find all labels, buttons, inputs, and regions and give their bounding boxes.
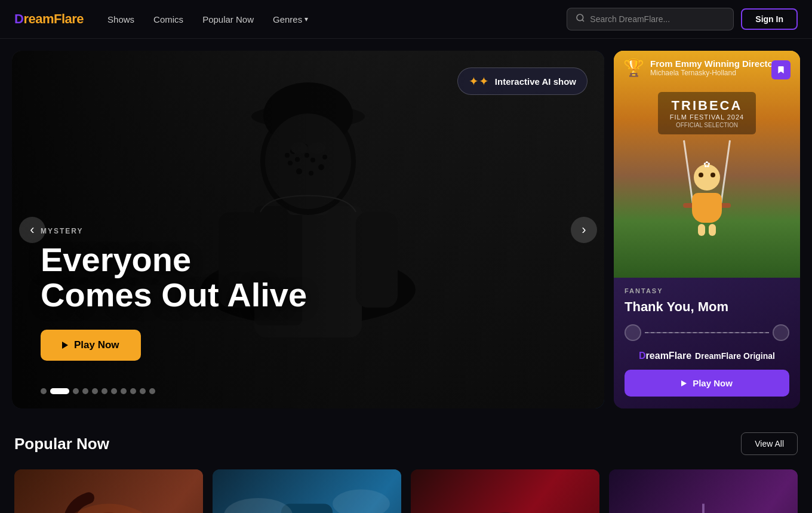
carousel-dot-0[interactable] — [41, 388, 47, 394]
search-input[interactable] — [590, 14, 725, 24]
carousel-dot-7[interactable] — [121, 388, 127, 394]
tribeca-director: Michaela Ternasky-Holland — [650, 69, 777, 77]
ai-badge: ✦✦ Interactive AI show — [457, 67, 588, 95]
navbar: DreamFlare Shows Comics Popular Now Genr… — [0, 0, 812, 39]
ai-badge-text: Interactive AI show — [495, 76, 576, 87]
hero-title: Everyone Comes Out Alive — [41, 242, 307, 313]
doll-flower-icon: ✿ — [703, 159, 710, 169]
nav-right: Sign In — [567, 8, 798, 30]
popular-card-3[interactable] — [609, 469, 798, 513]
tribeca-year: OFFICIAL SELECTION — [670, 122, 744, 128]
nav-shows[interactable]: Shows — [107, 12, 134, 27]
nav-links: Shows Comics Popular Now Genres ▾ — [107, 12, 308, 27]
side-title: Thank You, Mom — [625, 299, 789, 315]
carousel-dot-5[interactable] — [102, 388, 107, 394]
divider-line — [645, 332, 769, 333]
hero-content: MYSTERY Everyone Comes Out Alive Play No… — [41, 227, 307, 361]
hero-genre: MYSTERY — [41, 227, 307, 235]
bookmark-icon[interactable] — [771, 60, 791, 79]
df-logo: DreamFlare — [639, 351, 691, 361]
hero-play-button[interactable]: Play Now — [41, 330, 141, 361]
carousel-dot-8[interactable] — [130, 388, 136, 394]
hero-side-poster: 🏆 From Emmy Winning Director Michaela Te… — [614, 51, 800, 278]
divider-circle-right — [773, 324, 789, 341]
tribeca-from-label: From Emmy Winning Director — [650, 59, 777, 69]
card-overlay-2 — [411, 469, 599, 513]
carousel-dot-4[interactable] — [92, 388, 98, 394]
svg-line-1 — [582, 20, 584, 21]
hero-side-info: FANTASY Thank You, Mom DreamFlare DreamF… — [614, 278, 800, 408]
sign-in-button[interactable]: Sign In — [741, 8, 798, 30]
carousel-dot-1[interactable] — [50, 388, 69, 394]
hero-side-card: 🏆 From Emmy Winning Director Michaela Te… — [614, 51, 800, 408]
left-arrow-icon: ‹ — [30, 223, 34, 236]
df-original-badge: DreamFlare DreamFlare Original — [625, 351, 789, 361]
nav-comics[interactable]: Comics — [153, 12, 183, 27]
tribeca-poster: 🏆 From Emmy Winning Director Michaela Te… — [614, 51, 800, 278]
play-icon — [62, 342, 68, 349]
doll: ✿ — [692, 164, 722, 236]
section-header: Popular Now View All — [14, 432, 798, 455]
divider-dots — [625, 324, 789, 341]
svg-point-0 — [577, 14, 583, 21]
hero-main-card: ✦✦ Interactive AI show MYSTERY Everyone … — [12, 51, 604, 408]
nav-popular-now[interactable]: Popular Now — [202, 12, 254, 27]
hero-next-button[interactable]: › — [571, 217, 597, 243]
popular-card-1[interactable] — [213, 469, 401, 513]
view-all-button[interactable]: View All — [741, 432, 798, 455]
popular-card-2[interactable]: Alice WONDERLAND — [411, 469, 599, 513]
carousel-dot-3[interactable] — [82, 388, 88, 394]
trophy-icon: 🏆 — [623, 58, 644, 78]
carousel-dot-9[interactable] — [140, 388, 146, 394]
play-icon-side — [681, 380, 687, 386]
popular-cards-grid: Alice WONDERLAND — [14, 469, 798, 513]
section-title: Popular Now — [14, 435, 109, 453]
search-bar — [567, 8, 734, 30]
right-arrow-icon: › — [582, 223, 586, 236]
df-original-text: DreamFlare Original — [695, 351, 775, 361]
nav-left: DreamFlare Shows Comics Popular Now Genr… — [14, 11, 308, 27]
divider-circle-left — [625, 324, 641, 341]
card-visual-3 — [609, 469, 798, 513]
hero-section: ✦✦ Interactive AI show MYSTERY Everyone … — [0, 51, 812, 408]
side-genre: FANTASY — [625, 287, 789, 294]
card-overlay-3 — [609, 469, 798, 513]
carousel-dots — [41, 388, 155, 394]
search-icon — [576, 13, 585, 25]
logo[interactable]: DreamFlare — [14, 11, 84, 27]
card-visual-2: Alice WONDERLAND — [411, 469, 599, 513]
chevron-down-icon: ▾ — [304, 15, 308, 23]
popular-section: Popular Now View All — [0, 408, 812, 513]
tribeca-line2: FILM FESTIVAL 2024 — [670, 113, 744, 121]
card-overlay-0 — [14, 469, 203, 513]
card-visual-0 — [14, 469, 203, 513]
hero-prev-button[interactable]: ‹ — [19, 217, 45, 243]
carousel-dot-10[interactable] — [149, 388, 155, 394]
swing-scene: ✿ — [647, 140, 767, 260]
nav-genres[interactable]: Genres ▾ — [273, 12, 308, 27]
logo-icon: D — [14, 11, 23, 26]
card-visual-1 — [213, 469, 401, 513]
sparkle-icon: ✦✦ — [469, 74, 489, 88]
carousel-dot-2[interactable] — [73, 388, 79, 394]
side-play-button[interactable]: Play Now — [625, 370, 789, 397]
card-overlay-1 — [213, 469, 401, 513]
tribeca-line1: TRIBECA — [670, 98, 744, 113]
carousel-dot-6[interactable] — [111, 388, 117, 394]
popular-card-0[interactable] — [14, 469, 203, 513]
